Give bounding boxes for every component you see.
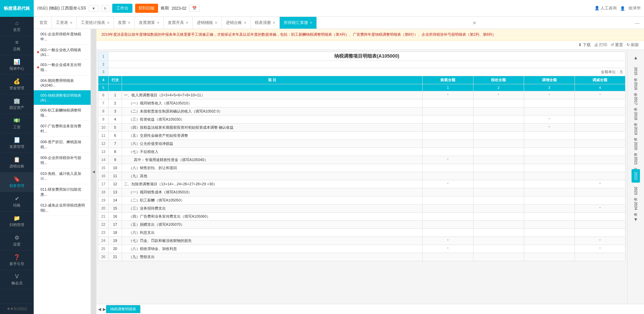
tab-tax-book[interactable]: 税表清册 ✕: [251, 17, 280, 29]
scroll-right-icon[interactable]: ▶: [103, 307, 106, 312]
tab-payroll-report[interactable]: 工资统计报表 ✕: [77, 17, 114, 29]
tab-invoice[interactable]: 发票 ✕: [114, 17, 135, 29]
left-panel-item-003[interactable]: 003-一般企业成本支出明细...: [34, 60, 91, 75]
tab-close-purchase-audit[interactable]: ✕: [215, 21, 217, 25]
sidebar-item-ledger[interactable]: ≡ 总账: [0, 36, 34, 55]
year-2022[interactable]: 2022年: [632, 169, 640, 183]
sidebar-item-member[interactable]: V 畅会员: [0, 270, 34, 289]
table-row: 21 16 （四）广告费和业务宣传费支出（填写A105060）: [98, 212, 625, 220]
member-icon: V: [15, 274, 19, 280]
tab-payroll[interactable]: 工资表 ✕: [52, 17, 77, 29]
left-panel-item-006[interactable]: 006-职工薪酬纳税调整明细...: [34, 105, 91, 121]
bottom-tab-tax-adjust[interactable]: 纳税调整明细表: [106, 305, 141, 313]
reset-icon: ↺: [611, 42, 614, 47]
left-panel-item-004[interactable]: 004-期间费用明细表(A1040...: [34, 75, 91, 90]
sidebar-item-finance[interactable]: 💰 资金管理: [0, 75, 34, 94]
sidebar-item-purchase[interactable]: 📋 进销台账: [0, 153, 34, 172]
table-row: 25 20 （八）税收滞纳金、加收利息 **: [98, 245, 625, 253]
tab-close-invoice-issue[interactable]: ✕: [186, 21, 188, 25]
unpin-button[interactable]: ◀◀ 取消固定: [0, 304, 34, 314]
year-2020[interactable]: 2020年: [632, 139, 640, 153]
tab-close-purchase-ledger[interactable]: ✕: [244, 21, 246, 25]
tab-income-tax[interactable]: 所得税汇算缴 ✕: [280, 17, 317, 29]
dot-001: [37, 36, 39, 38]
year-2019[interactable]: 2019年: [632, 124, 640, 137]
tab-home[interactable]: 首页: [35, 17, 52, 29]
copy-button[interactable]: ⎘: [101, 5, 110, 12]
table-container[interactable]: 1 纳税调整项目明细表(A105000) 2 3 金额单位: [96, 50, 627, 304]
user-avatar-icon: 👤: [620, 6, 625, 11]
year-2023[interactable]: 2023年: [632, 184, 640, 197]
left-panel-collapse[interactable]: ◀: [91, 29, 96, 314]
sidebar-item-label: 总账: [13, 46, 21, 52]
sidebar-item-invoice[interactable]: 🧾 发票管理: [0, 133, 34, 153]
scroll-left-icon[interactable]: ◀: [98, 307, 101, 312]
tab-invoice-calc[interactable]: 发票测算 ✕: [135, 17, 164, 29]
back-to-old-button[interactable]: 切到旧版: [135, 4, 158, 13]
sidebar-item-settings[interactable]: ⚙ 设置: [0, 231, 34, 251]
tab-close-invoice-calc[interactable]: ✕: [157, 21, 159, 25]
sidebar-item-home[interactable]: ⌂ 首页: [0, 17, 34, 36]
left-panel-item-010[interactable]: 010-免税、减计收入及加计...: [34, 168, 91, 184]
workspace-button[interactable]: 工作台: [112, 4, 132, 13]
table-unit: 金额单位：元: [109, 68, 625, 76]
tab-invoice-issue[interactable]: 发票开具 ✕: [164, 17, 193, 29]
sheet-toolbar: ⬇ 下载 🖨 打印 ↺ 重置 ↻ 刷新: [96, 40, 644, 50]
cell-2[interactable]: *: [473, 91, 524, 99]
username-label: 徐泽华: [628, 5, 641, 11]
download-button[interactable]: ⬇ 下载: [578, 42, 591, 48]
cell-3[interactable]: *: [524, 91, 575, 99]
year-2016[interactable]: 2016年: [632, 79, 640, 93]
tab-purchase-audit[interactable]: 进销稽核 ✕: [193, 17, 222, 29]
left-panel-item-001[interactable]: 001-企业所得税年度纳税申...: [34, 29, 91, 45]
sidebar-item-close[interactable]: ✔ 结账: [0, 192, 34, 212]
left-panel-item-008[interactable]: 008-资产折旧、摊销及纳税...: [34, 137, 91, 153]
cell-4[interactable]: *: [575, 91, 625, 99]
cell-1[interactable]: *: [423, 91, 473, 99]
table-row: 17 12 二、扣除类调整项目（13+14+...24+26+27+28+29 …: [98, 180, 625, 188]
tab-close-tax-book[interactable]: ✕: [273, 21, 275, 25]
tab-purchase-ledger[interactable]: 进销台账 ✕: [222, 17, 251, 29]
left-panel-item-012[interactable]: 012-减免企业所得税优惠明细(...: [34, 200, 91, 216]
tab-close-payroll-report[interactable]: ✕: [107, 21, 110, 25]
table-row: 26 21 （九）赞助支出: [98, 253, 625, 261]
unpin-label: 取消固定: [14, 307, 27, 311]
left-panel-item-009[interactable]: 009-企业所得税弥补亏损明...: [34, 153, 91, 168]
sidebar-item-label: 设置: [13, 242, 21, 247]
left-panel-item-007[interactable]: 007-广告费和业务宣传费时...: [34, 121, 91, 137]
reset-button[interactable]: ↺ 重置: [611, 42, 623, 48]
sidebar-item-reports[interactable]: 📊 报表中心: [0, 55, 34, 75]
close-all-tabs-button[interactable]: ✕: [470, 20, 479, 26]
table-row: 8 3 （二）未按权责发生制原则确认的收入（填写A10502 0）: [98, 107, 625, 115]
year-nav-up[interactable]: ▲: [630, 52, 642, 64]
tab-close-payroll[interactable]: ✕: [70, 21, 72, 25]
year-2017[interactable]: 2017年: [632, 94, 640, 107]
user-service[interactable]: 👤 人工咨询: [594, 5, 617, 11]
company-name: (物副) (物副) 江西股坐-LSS: [37, 5, 86, 11]
year-2024[interactable]: 2024年: [632, 199, 640, 213]
calendar-icon[interactable]: 📅: [189, 5, 200, 12]
col-header-4: 调减全额: [575, 76, 625, 84]
col-sub-4: 4: [575, 84, 625, 91]
print-button[interactable]: 🖨 打印: [594, 42, 607, 48]
sidebar-item-archive[interactable]: 📁 归档管理: [0, 212, 34, 231]
sidebar-item-tax[interactable]: 🔖 税务管理: [0, 172, 34, 192]
sidebar-item-label: 进销台账: [9, 164, 24, 169]
tab-close-invoice[interactable]: ✕: [128, 21, 130, 25]
sidebar-item-assets[interactable]: 🏢 固定资产: [0, 94, 34, 114]
year-2021[interactable]: 2021年: [632, 154, 640, 167]
refresh-button[interactable]: ↻ 刷新: [626, 42, 639, 48]
left-panel-item-005[interactable]: 005-纳税调整项目明细表(A1...: [34, 90, 91, 105]
tab-close-income-tax[interactable]: ✕: [310, 21, 312, 25]
sidebar-item-salary[interactable]: 💵 工资: [0, 114, 34, 133]
year-2015[interactable]: 2015年: [632, 64, 640, 78]
minimize-tabs-button[interactable]: —: [632, 20, 642, 26]
sidebar-item-guide[interactable]: ❓ 新手引导: [0, 251, 34, 270]
left-panel-item-011[interactable]: 011-研发费用加计扣除优惠...: [34, 184, 91, 200]
left-panel-item-002[interactable]: 002-一般企业收入明细表(A1...: [34, 45, 91, 60]
download-icon: ⬇: [578, 42, 582, 47]
year-2018[interactable]: 2018年: [632, 109, 640, 123]
print-icon: 🖨: [594, 42, 598, 47]
company-selector[interactable]: ▼: [89, 5, 98, 12]
year-nav-down[interactable]: ▼: [630, 213, 642, 225]
